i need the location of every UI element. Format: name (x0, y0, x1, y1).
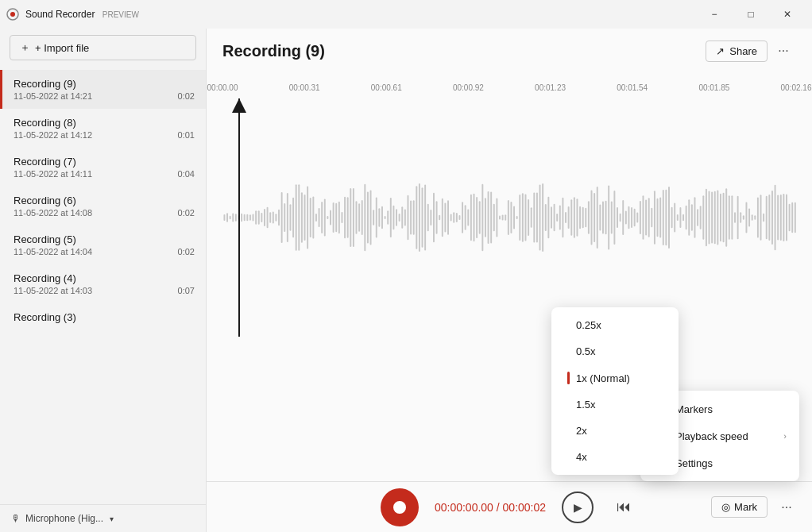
mark-button[interactable]: ◎ Mark (711, 496, 768, 518)
svg-rect-78 (442, 199, 443, 237)
svg-rect-11 (249, 214, 251, 221)
svg-rect-14 (258, 210, 260, 225)
microphone-selector[interactable]: 🎙 Microphone (Hig... ▾ (0, 504, 206, 532)
svg-rect-139 (617, 207, 618, 228)
svg-rect-59 (387, 210, 389, 225)
svg-rect-77 (439, 215, 440, 220)
svg-rect-130 (591, 190, 593, 245)
speed-item[interactable]: 4x (551, 444, 679, 470)
speed-active-indicator (567, 372, 570, 384)
svg-rect-75 (433, 193, 435, 243)
recording-item-duration: 0:02 (178, 247, 195, 256)
svg-rect-10 (246, 214, 248, 222)
svg-rect-161 (679, 207, 681, 228)
time-display: 00:00:00.00 / 00:00:02 (435, 501, 546, 514)
svg-rect-5 (232, 213, 234, 222)
speed-item[interactable]: 1.5x (551, 391, 679, 418)
svg-rect-146 (636, 213, 638, 223)
svg-rect-16 (264, 209, 265, 226)
minimize-button[interactable]: − (696, 0, 733, 29)
menu-item-label: Playback speed (675, 430, 748, 442)
svg-rect-193 (771, 191, 773, 245)
recording-list-item[interactable]: Recording (9) 11-05-2022 at 14:21 0:02 (0, 70, 206, 109)
svg-rect-142 (625, 210, 627, 224)
svg-rect-8 (241, 214, 242, 222)
speed-item[interactable]: 0.25x (551, 312, 679, 338)
close-button[interactable]: ✕ (769, 0, 806, 29)
svg-rect-33 (312, 197, 314, 239)
timeline-label: 00:00.31 (289, 83, 320, 92)
svg-rect-93 (485, 198, 486, 237)
import-file-button[interactable]: ＋ + Import file (10, 35, 196, 60)
svg-rect-17 (267, 207, 269, 228)
menu-item-label: Settings (675, 457, 713, 469)
svg-rect-12 (253, 214, 254, 221)
recording-list-item[interactable]: Recording (7) 11-05-2022 at 14:11 0:04 (0, 148, 206, 187)
svg-rect-181 (737, 196, 739, 239)
recording-list-item[interactable]: Recording (5) 11-05-2022 at 14:04 0:02 (0, 226, 206, 264)
title-bar: Sound Recorder PREVIEW − □ ✕ (0, 0, 812, 29)
svg-rect-129 (588, 201, 590, 233)
mark-icon: ◎ (721, 501, 730, 513)
microphone-icon: 🎙 (11, 513, 21, 524)
recording-list-item[interactable]: Recording (4) 11-05-2022 at 14:03 0:07 (0, 264, 206, 303)
svg-rect-137 (611, 201, 613, 233)
svg-rect-34 (315, 214, 317, 222)
play-button[interactable]: ▶ (562, 492, 594, 523)
svg-rect-51 (364, 184, 365, 251)
svg-rect-179 (731, 195, 733, 240)
recording-item-duration: 0:02 (178, 208, 195, 218)
header-actions: ↗ Share ··· (706, 38, 796, 64)
recording-item-date: 11-05-2022 at 14:11 (14, 169, 92, 179)
timeline-label: 00:00.92 (453, 83, 484, 92)
recording-list-item[interactable]: Recording (3) (0, 303, 206, 333)
svg-rect-86 (465, 205, 466, 229)
svg-rect-159 (674, 202, 675, 232)
recording-item-duration: 0:01 (178, 130, 195, 140)
svg-rect-111 (536, 193, 538, 243)
speed-item[interactable]: 0.5x (551, 338, 679, 364)
svg-rect-37 (324, 199, 326, 236)
svg-rect-177 (725, 188, 727, 247)
svg-rect-166 (694, 197, 696, 238)
recording-item-name: Recording (7) (14, 156, 195, 168)
skip-back-button[interactable]: ⏮ (609, 493, 638, 522)
svg-rect-25 (289, 204, 291, 231)
svg-rect-89 (474, 194, 475, 242)
svg-rect-45 (347, 197, 349, 237)
svg-rect-157 (668, 187, 670, 249)
svg-rect-175 (720, 194, 721, 242)
svg-rect-91 (479, 201, 481, 233)
svg-rect-2 (223, 214, 225, 221)
svg-rect-168 (700, 206, 702, 229)
svg-rect-22 (281, 192, 283, 243)
bottom-more-button[interactable]: ··· (774, 495, 799, 520)
maximize-button[interactable]: □ (733, 0, 769, 29)
svg-rect-151 (651, 208, 652, 228)
svg-rect-144 (631, 207, 632, 228)
svg-rect-133 (599, 205, 601, 231)
playhead (238, 98, 240, 337)
waveform-canvas[interactable] (222, 98, 796, 337)
share-button[interactable]: ↗ Share (706, 40, 768, 62)
svg-rect-143 (628, 206, 629, 229)
svg-rect-106 (522, 193, 524, 241)
svg-rect-185 (748, 208, 750, 226)
header-more-button[interactable]: ··· (771, 38, 796, 64)
svg-rect-53 (370, 190, 372, 245)
svg-rect-131 (594, 193, 595, 242)
window-controls: − □ ✕ (696, 0, 806, 29)
recording-list-item[interactable]: Recording (6) 11-05-2022 at 14:08 0:02 (0, 187, 206, 226)
svg-rect-31 (307, 187, 308, 249)
speed-item[interactable]: 2x (551, 418, 679, 444)
timeline-label: 00:00.61 (371, 83, 402, 92)
recording-item-name: Recording (5) (14, 233, 195, 245)
chevron-down-icon: ▾ (110, 515, 114, 523)
recording-list-item[interactable]: Recording (8) 11-05-2022 at 14:12 0:01 (0, 109, 206, 148)
svg-rect-153 (657, 199, 659, 237)
svg-rect-102 (510, 202, 512, 233)
content-header: Recording (9) ↗ Share ··· (207, 29, 812, 73)
speed-item[interactable]: 1x (Normal) (551, 364, 679, 391)
record-button[interactable] (381, 488, 419, 526)
svg-rect-123 (570, 199, 572, 236)
